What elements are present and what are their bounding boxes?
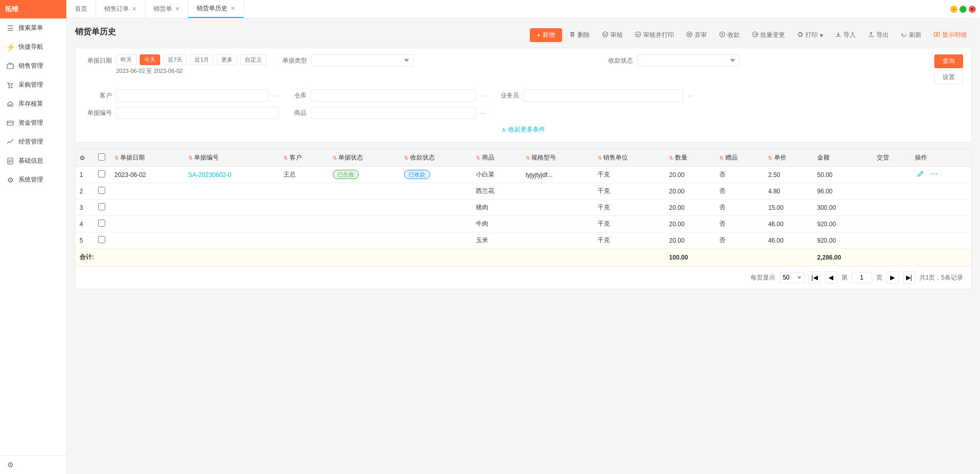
row-select-checkbox[interactable]	[98, 203, 105, 210]
audit-print-button[interactable]: 审核并打印	[630, 29, 679, 42]
col-transaction[interactable]: 交货	[873, 149, 911, 167]
col-unit-price[interactable]: ⇅ 单价	[764, 149, 813, 167]
sort-icon: ⇅	[669, 155, 673, 161]
row-checkbox[interactable]	[94, 216, 110, 232]
sidebar-item-inventory[interactable]: 库存核算	[0, 94, 66, 113]
add-button[interactable]: + 新增	[530, 28, 562, 42]
row-doc-number	[184, 200, 280, 216]
row-checkbox[interactable]	[94, 167, 110, 183]
export-button[interactable]: 导出	[863, 29, 894, 42]
sidebar-item-quick-nav[interactable]: ⚡ 快捷导航	[0, 37, 66, 56]
customer-input[interactable]	[116, 89, 268, 102]
payment-status-select[interactable]	[637, 54, 740, 67]
win-max-btn[interactable]: □	[959, 6, 967, 13]
col-gear[interactable]: ⚙	[75, 149, 94, 167]
row-select-checkbox[interactable]	[98, 236, 105, 243]
win-min-btn[interactable]: −	[950, 6, 957, 13]
sidebar-item-label: 资金管理	[18, 118, 43, 127]
col-checkbox[interactable]	[94, 149, 110, 167]
col-doc-status[interactable]: ⇅ 单据状态	[329, 149, 400, 167]
tab-home[interactable]: 首页	[67, 0, 96, 18]
col-spec-type[interactable]: ⇅ 规格型号	[522, 149, 593, 167]
tab-sales-history-close[interactable]: ✕	[230, 5, 235, 12]
per-page-select[interactable]: 50 100 200	[779, 272, 804, 283]
col-gift[interactable]: ⇅ 赠品	[715, 149, 764, 167]
salesperson-input[interactable]	[523, 89, 683, 102]
sidebar-item-operations[interactable]: 经营管理	[0, 132, 66, 151]
col-amount[interactable]: 金额	[813, 149, 873, 167]
salesperson-dots[interactable]: ···	[687, 91, 694, 100]
more-action-btn[interactable]	[928, 171, 939, 180]
row-doc-date	[110, 183, 184, 200]
tab-sales-goods[interactable]: 销货单 ✕	[145, 0, 188, 18]
row-customer	[279, 232, 328, 249]
collapse-button[interactable]: ∧ 收起更多条件	[84, 123, 963, 136]
customer-dots[interactable]: ···	[273, 91, 279, 100]
date-btn-more[interactable]: 更多	[217, 54, 237, 65]
sidebar-item-finance[interactable]: 资金管理	[0, 113, 66, 132]
first-page-btn[interactable]: |◀	[809, 271, 821, 284]
row-select-checkbox[interactable]	[98, 170, 105, 177]
col-doc-number[interactable]: ⇅ 单据编号	[184, 149, 280, 167]
row-select-checkbox[interactable]	[98, 187, 105, 194]
doc-number-link[interactable]: SA-20230602-0	[188, 171, 232, 179]
col-quantity[interactable]: ⇅ 数量	[665, 149, 715, 167]
edit-action-btn[interactable]	[915, 171, 928, 180]
collect-button[interactable]: 收款	[714, 29, 745, 42]
sidebar-bottom-left[interactable]: ⚙	[0, 456, 66, 474]
date-btn-today[interactable]: 今天	[140, 54, 160, 65]
sidebar-item-sales-mgmt[interactable]: 销售管理	[0, 56, 66, 75]
row-doc-status	[329, 183, 400, 200]
doc-number-input[interactable]	[116, 107, 279, 119]
row-doc-number[interactable]: SA-20230602-0	[184, 167, 280, 183]
sidebar-item-basic-info[interactable]: 基础信息	[0, 151, 66, 170]
import-icon	[835, 31, 841, 39]
date-btn-yesterday[interactable]: 昨天	[116, 54, 137, 65]
import-button[interactable]: 导入	[830, 29, 861, 42]
win-close-btn[interactable]: ✕	[969, 6, 976, 13]
sidebar-item-system-mgmt[interactable]: ⚙ 系统管理	[0, 170, 66, 189]
col-goods[interactable]: ⇅ 商品	[472, 149, 522, 167]
col-customer[interactable]: ⇅ 客户	[279, 149, 328, 167]
tab-sales-order[interactable]: 销售订单 ✕	[96, 0, 145, 18]
doc-type-select[interactable]	[311, 54, 414, 67]
col-payment-status[interactable]: ⇅ 收款状态	[400, 149, 472, 167]
warehouse-input[interactable]	[311, 89, 476, 102]
date-btn-7days[interactable]: 近7天	[163, 54, 187, 65]
print-button[interactable]: 打印 ▾	[792, 29, 828, 42]
last-page-btn[interactable]: ▶|	[903, 271, 915, 284]
search-menu-icon: ☰	[6, 24, 14, 32]
warehouse-dots[interactable]: ···	[480, 91, 486, 100]
settings-button[interactable]: 设置	[934, 70, 963, 84]
svg-point-2	[11, 87, 12, 88]
next-page-btn[interactable]: ▶	[887, 271, 899, 284]
date-btn-custom[interactable]: 自定义	[240, 54, 266, 65]
row-checkbox[interactable]	[94, 232, 110, 249]
query-button[interactable]: 查询	[934, 54, 963, 68]
prev-page-btn[interactable]: ◀	[825, 271, 837, 284]
pagination: 每页显示 50 100 200 |◀ ◀ 第 页 ▶ ▶| 共1页，5条记录	[75, 266, 971, 289]
batch-change-button[interactable]: 批量变更	[747, 29, 790, 42]
delete-button[interactable]: 删除	[564, 29, 595, 42]
date-btn-1month[interactable]: 近1月	[190, 54, 214, 65]
refresh-button[interactable]: 刷新	[896, 29, 927, 42]
col-sales-unit[interactable]: ⇅ 销售单位	[593, 149, 665, 167]
show-detail-button[interactable]: 显示明细	[929, 29, 972, 42]
page-number-input[interactable]	[852, 272, 872, 283]
goods-dots[interactable]: ···	[480, 109, 486, 117]
row-doc-date	[110, 216, 184, 232]
col-doc-date[interactable]: ⇅ 单据日期	[110, 149, 184, 167]
abandon-button[interactable]: 弃审	[681, 29, 712, 42]
sidebar-item-search-menu[interactable]: ☰ 搜索菜单	[0, 18, 66, 37]
tab-sales-order-close[interactable]: ✕	[132, 6, 137, 12]
tab-sales-history[interactable]: 销货单历史 ✕	[188, 0, 244, 18]
tab-sales-goods-close[interactable]: ✕	[175, 6, 180, 12]
sidebar-item-purchase-mgmt[interactable]: 采购管理	[0, 75, 66, 94]
row-select-checkbox[interactable]	[98, 220, 105, 227]
audit-button[interactable]: 审核	[597, 29, 628, 42]
goods-input[interactable]	[311, 107, 476, 119]
row-checkbox[interactable]	[94, 200, 110, 216]
select-all-checkbox[interactable]	[98, 153, 105, 161]
inventory-icon	[6, 100, 14, 108]
row-checkbox[interactable]	[94, 183, 110, 200]
